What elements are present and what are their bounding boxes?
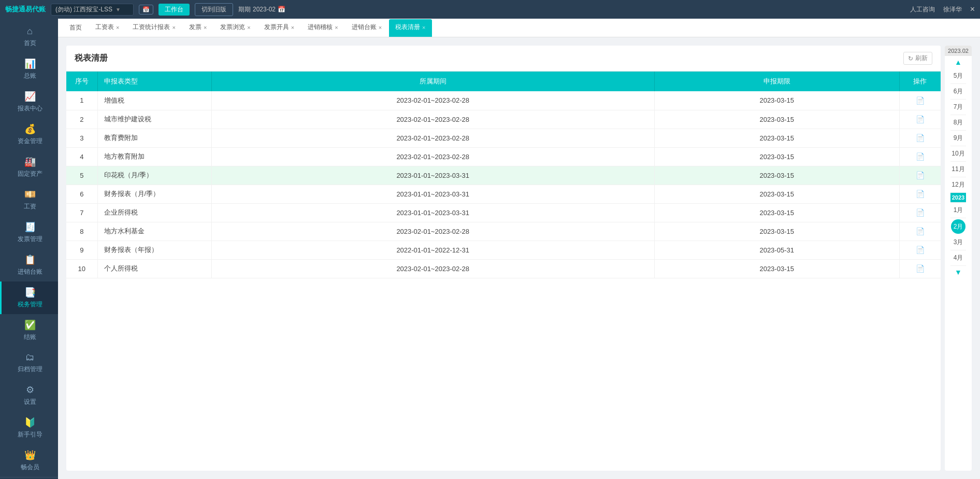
- action-icon[interactable]: 📄: [916, 134, 925, 142]
- month-item[interactable]: 10月: [950, 146, 965, 162]
- action-icon[interactable]: 📄: [916, 96, 925, 105]
- sidebar-item-checkout[interactable]: ✅ 结账: [0, 314, 58, 347]
- tab-close-salary-table[interactable]: ×: [116, 24, 119, 31]
- month-item[interactable]: 11月: [950, 162, 965, 177]
- cell-action: 📄: [899, 166, 941, 185]
- cell-deadline: 2023-03-15: [654, 185, 899, 203]
- action-icon[interactable]: 📄: [916, 152, 925, 161]
- table-row: 5 印花税（月/季） 2023-01-01~2023-03-31 2023-03…: [66, 166, 941, 185]
- sidebar-item-report[interactable]: 📈 报表中心: [0, 86, 58, 118]
- sidebar-item-home[interactable]: ⌂ 首页: [0, 21, 58, 53]
- month-item[interactable]: 3月: [950, 235, 965, 250]
- month-item[interactable]: 6月: [950, 84, 965, 100]
- scroll-up-button[interactable]: ▲: [945, 56, 972, 68]
- sidebar-label-tax: 税务管理: [18, 300, 42, 309]
- cell-period: 2023-02-01~2023-02-28: [211, 259, 654, 278]
- col-header-type: 申报表类型: [97, 72, 211, 91]
- year-active-item[interactable]: 2023: [950, 193, 965, 203]
- tab-invoice[interactable]: 发票 ×: [183, 19, 213, 37]
- cell-no: 10: [66, 259, 97, 278]
- page-content: 税表清册 ↻ 刷新 序号 申报表类型 所属期间 申报期限: [58, 37, 980, 479]
- page-title: 税表清册: [75, 53, 108, 64]
- sidebar-item-tax[interactable]: 📑 税务管理: [0, 281, 58, 314]
- sidebar-item-archive[interactable]: 🗂 归档管理: [0, 347, 58, 379]
- sidebar-label-fund: 资金管理: [18, 137, 42, 146]
- month-item[interactable]: 8月: [950, 115, 965, 131]
- tab-close-purchase-check[interactable]: ×: [335, 24, 338, 31]
- user-name[interactable]: 徐泽华: [943, 5, 962, 14]
- sidebar-label-ledger: 总账: [24, 72, 36, 80]
- cell-period: 2023-02-01~2023-02-28: [211, 222, 654, 241]
- sidebar-item-guide[interactable]: 🔰 新手引导: [0, 412, 58, 444]
- period-value: 2023-02: [253, 6, 276, 13]
- app-logo: 畅捷通易代账: [5, 5, 46, 14]
- sidebar-item-settings[interactable]: ⚙ 设置: [0, 379, 58, 412]
- table-wrapper: 序号 申报表类型 所属期间 申报期限 操作 1 增值税 2023-02-01~2…: [66, 72, 941, 471]
- tab-close-salary-stats[interactable]: ×: [172, 24, 175, 31]
- sidebar-label-report: 报表中心: [18, 104, 42, 113]
- workbench-button[interactable]: 工作台: [158, 4, 190, 16]
- tab-salary-table[interactable]: 工资表 ×: [89, 19, 125, 37]
- sidebar-item-ledger[interactable]: 📊 总账: [0, 53, 58, 86]
- col-header-no: 序号: [66, 72, 97, 91]
- sidebar-item-fund[interactable]: 💰 资金管理: [0, 118, 58, 151]
- tab-salary-stats[interactable]: 工资统计报表 ×: [126, 19, 181, 37]
- tab-close-purchase-ledger[interactable]: ×: [379, 24, 382, 31]
- cell-action: 📄: [899, 91, 941, 110]
- switch-old-button[interactable]: 切到旧版: [195, 3, 233, 16]
- month-item[interactable]: 7月: [950, 100, 965, 115]
- fixed-asset-icon: 🏭: [24, 156, 36, 167]
- sidebar-item-member[interactable]: 👑 畅会员: [0, 444, 58, 477]
- sidebar-label-home: 首页: [24, 39, 36, 48]
- cell-type: 财务报表（年报）: [97, 241, 211, 259]
- tab-close-invoice-check[interactable]: ×: [247, 24, 250, 31]
- action-icon[interactable]: 📄: [916, 264, 925, 273]
- company-selector[interactable]: (勿动) 江西报宝-LSS ▼: [51, 4, 134, 16]
- scroll-down-button[interactable]: ▼: [945, 266, 972, 278]
- month-item[interactable]: 1月: [950, 203, 965, 218]
- action-icon[interactable]: 📄: [916, 190, 925, 198]
- tab-close-invoice-open[interactable]: ×: [291, 24, 294, 31]
- tax-icon: 📑: [24, 287, 36, 298]
- table-row: 8 地方水利基金 2023-02-01~2023-02-28 2023-03-1…: [66, 222, 941, 241]
- cell-no: 7: [66, 203, 97, 222]
- tab-label-salary-stats: 工资统计报表: [133, 23, 170, 32]
- tab-home[interactable]: 首页: [63, 20, 88, 35]
- human-consult[interactable]: 人工咨询: [910, 5, 935, 14]
- month-item[interactable]: 5月: [950, 68, 965, 84]
- sidebar-item-fixed-asset[interactable]: 🏭 固定资产: [0, 151, 58, 184]
- tab-label-invoice: 发票: [189, 23, 201, 32]
- fund-icon: 💰: [24, 123, 36, 135]
- close-icon[interactable]: ×: [970, 5, 975, 14]
- refresh-button[interactable]: ↻ 刷新: [903, 52, 932, 65]
- sidebar-item-invoice[interactable]: 🧾 发票管理: [0, 216, 58, 249]
- tab-close-invoice[interactable]: ×: [204, 24, 207, 31]
- action-icon[interactable]: 📄: [916, 208, 925, 217]
- tab-tax-list[interactable]: 税表清册 ×: [389, 19, 431, 37]
- tab-purchase-check[interactable]: 进销稽核 ×: [301, 19, 344, 37]
- month-item[interactable]: 9月: [950, 131, 965, 146]
- month-item[interactable]: 2月: [951, 219, 965, 234]
- tab-invoice-open[interactable]: 发票开具 ×: [258, 19, 300, 37]
- cell-type: 城市维护建设税: [97, 110, 211, 129]
- tab-purchase-ledger[interactable]: 进销台账 ×: [345, 19, 388, 37]
- sidebar-item-purchase[interactable]: 📋 进销台账: [0, 249, 58, 281]
- month-item[interactable]: 4月: [950, 250, 965, 266]
- action-icon[interactable]: 📄: [916, 171, 925, 179]
- action-icon[interactable]: 📄: [916, 227, 925, 235]
- sidebar-item-salary[interactable]: 💴 工资: [0, 184, 58, 216]
- chevron-down-icon: ▼: [116, 7, 121, 12]
- sidebar-bottom[interactable]: 📌 取消固定: [0, 477, 58, 479]
- tab-invoice-check[interactable]: 发票浏览 ×: [214, 19, 256, 37]
- table-row: 1 增值税 2023-02-01~2023-02-28 2023-03-15 📄: [66, 91, 941, 110]
- sidebar-label-invoice: 发票管理: [18, 235, 42, 244]
- cell-deadline: 2023-05-31: [654, 241, 899, 259]
- cell-type: 印花税（月/季）: [97, 166, 211, 185]
- tab-close-tax-list[interactable]: ×: [422, 24, 425, 31]
- action-icon[interactable]: 📄: [916, 246, 925, 254]
- cell-no: 9: [66, 241, 97, 259]
- checkout-icon: ✅: [24, 319, 36, 331]
- action-icon[interactable]: 📄: [916, 115, 925, 123]
- month-item[interactable]: 12月: [950, 177, 965, 193]
- cell-no: 6: [66, 185, 97, 203]
